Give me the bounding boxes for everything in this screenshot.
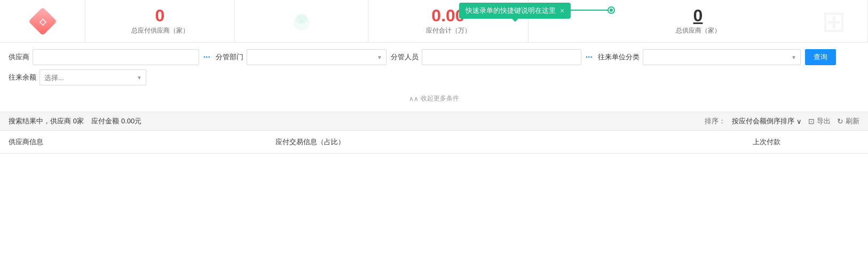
svg-point-4 xyxy=(299,19,304,22)
results-actions: 排序： 按应付会额倒序排序 ∨ ⊡ 导出 ↻ 刷新 xyxy=(705,116,859,126)
sort-arrow-icon: ∨ xyxy=(796,117,802,125)
col-header-supplier-info: 供应商信息 xyxy=(9,137,275,147)
table-body xyxy=(0,154,868,275)
filter-row-1: 供应商 ··· 分管部门 ▼ 分管人员 ··· 往来单位分类 ▼ xyxy=(9,49,859,65)
tooltip-close-btn[interactable]: × xyxy=(560,6,564,15)
tooltip-bubble: 快速录单的快捷键说明在这里 × xyxy=(459,3,571,19)
collapse-btn[interactable]: ∧∧ 收起更多条件 xyxy=(400,92,468,105)
query-button[interactable]: 查询 xyxy=(805,49,836,65)
sort-select[interactable]: 按应付会额倒序排序 ∨ xyxy=(732,116,802,126)
unit-category-select-wrapper: ▼ xyxy=(643,49,801,65)
results-supplier-count: 0家 xyxy=(73,117,84,125)
collapse-label: 收起更多条件 xyxy=(421,94,459,103)
unit-category-label: 往来单位分类 xyxy=(598,52,640,62)
supplier-dots[interactable]: ··· xyxy=(202,52,211,62)
results-summary: 搜索结果中，供应商 0家 应付金额 0.00元 xyxy=(9,116,141,126)
export-label: 导出 xyxy=(817,116,831,126)
col-header-last-payment: 上次付款 xyxy=(753,137,859,147)
stat-total-payable-suppliers: 0 总应付供应商（家） xyxy=(85,0,235,42)
total-payable-suppliers-label: 总应付供应商（家） xyxy=(131,26,189,35)
brand-icon-area: ◇ xyxy=(0,0,85,42)
filter-row-2: 往来余额 ▼ xyxy=(9,69,859,85)
results-amount-value: 0.00元 xyxy=(121,117,141,125)
person-input[interactable] xyxy=(422,49,581,65)
stat-total-suppliers: ⊞ 0 总供应商（家） xyxy=(528,0,868,42)
balance-label: 往来余额 xyxy=(9,73,36,82)
collapse-up-icon: ∧∧ xyxy=(409,95,419,103)
balance-filter-group: 往来余额 ▼ xyxy=(9,69,179,85)
sort-label: 排序： xyxy=(705,116,725,126)
balance-input[interactable] xyxy=(40,69,146,85)
pig-icon xyxy=(288,8,315,35)
svg-point-6 xyxy=(302,20,303,21)
results-prefix: 搜索结果中，供应商 xyxy=(9,117,71,125)
tooltip-text: 快速录单的快捷键说明在这里 xyxy=(465,6,556,15)
total-payable-suppliers-value: 0 xyxy=(155,7,165,24)
table-header: 供应商信息 应付交易信息（占比） 上次付款 xyxy=(0,131,868,154)
supplier-label: 供应商 xyxy=(9,52,29,62)
stats-bar: ◇ 0 总应付供应商（家） 0.00 应付合计（万） ⊞ 0 总供应商（家） 快… xyxy=(0,0,868,43)
person-filter-group: 分管人员 ··· xyxy=(391,49,594,65)
filter-bar: 供应商 ··· 分管部门 ▼ 分管人员 ··· 往来单位分类 ▼ xyxy=(0,43,868,112)
payable-total-label: 应付合计（万） xyxy=(426,26,471,35)
results-text: 搜索结果中，供应商 0家 应付金额 0.00元 xyxy=(9,116,141,126)
export-icon: ⊡ xyxy=(808,117,815,125)
balance-select-wrapper: ▼ xyxy=(40,69,146,85)
svg-point-5 xyxy=(301,20,302,21)
department-input[interactable] xyxy=(247,49,386,65)
refresh-label: 刷新 xyxy=(846,116,859,126)
department-filter-group: 分管部门 ▼ xyxy=(216,49,386,65)
supplier-input[interactable] xyxy=(33,49,199,65)
svg-point-2 xyxy=(298,16,300,18)
unit-category-input[interactable] xyxy=(643,49,801,65)
total-suppliers-value: 0 xyxy=(693,7,703,24)
collapse-row: ∧∧ 收起更多条件 xyxy=(9,90,859,107)
pig-icon-area xyxy=(235,0,368,42)
col-header-transaction-info: 应付交易信息（占比） xyxy=(275,137,753,147)
results-amount-label: 应付金额 xyxy=(91,117,119,125)
total-suppliers-label: 总供应商（家） xyxy=(676,26,721,35)
sort-value: 按应付会额倒序排序 xyxy=(732,116,794,126)
export-button[interactable]: ⊡ 导出 xyxy=(808,116,831,126)
person-label: 分管人员 xyxy=(391,52,419,62)
svg-point-3 xyxy=(303,16,305,18)
refresh-button[interactable]: ↻ 刷新 xyxy=(837,116,859,126)
supplier-filter-group: 供应商 ··· xyxy=(9,49,211,65)
refresh-icon: ↻ xyxy=(837,117,843,125)
person-dots[interactable]: ··· xyxy=(585,52,594,62)
unit-category-filter-group: 往来单位分类 ▼ xyxy=(598,49,801,65)
department-label: 分管部门 xyxy=(216,52,243,62)
department-select-wrapper: ▼ xyxy=(247,49,386,65)
results-bar: 搜索结果中，供应商 0家 应付金额 0.00元 排序： 按应付会额倒序排序 ∨ … xyxy=(0,112,868,131)
tooltip-dot xyxy=(609,7,614,13)
